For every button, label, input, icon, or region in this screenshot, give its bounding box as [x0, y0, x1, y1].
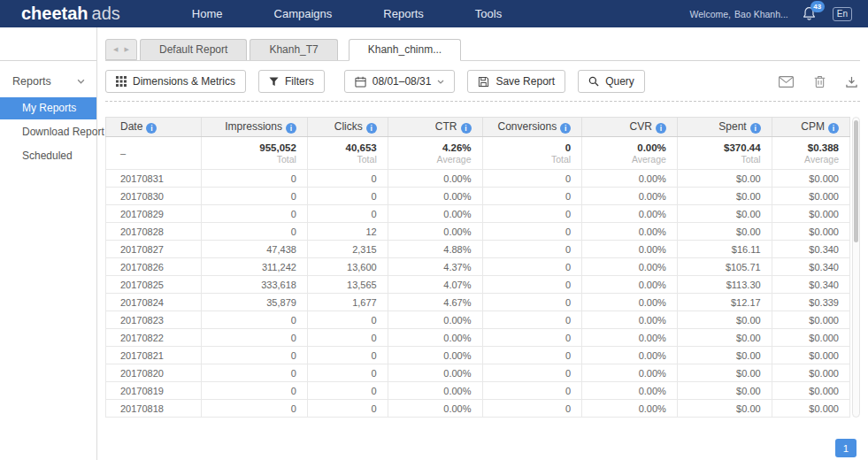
value-cell: $0.340: [772, 241, 849, 258]
summary-value: 0.00%: [596, 142, 666, 153]
sidebar-item-scheduled[interactable]: Scheduled: [0, 145, 96, 167]
value-cell: 13,565: [307, 276, 388, 294]
table-row: 20170830000.00%00.00%$0.00$0.000: [106, 188, 850, 205]
tab-scroll-right-icon[interactable]: ▶: [125, 46, 129, 53]
summary-value: 40,653: [322, 142, 377, 153]
report-table-area: DateiImpressionsiClicksiCTRiConversionsi…: [105, 117, 860, 418]
column-label: CPM: [801, 120, 825, 133]
tab-khanh-chinm[interactable]: Khanh_chinm...: [349, 39, 461, 61]
info-icon[interactable]: i: [461, 123, 472, 134]
table-scrollbar[interactable]: [852, 117, 860, 418]
value-cell: 4.88%: [388, 241, 482, 258]
tab-list: Default ReportKhanh_T7Khanh_chinm...: [140, 39, 464, 60]
value-cell: 0.00%: [582, 241, 678, 258]
save-report-label: Save Report: [495, 75, 555, 88]
value-cell: $0.000: [772, 400, 849, 418]
summary-aggregate-label: Total: [322, 154, 377, 165]
value-cell: 0: [482, 223, 582, 241]
save-report-button[interactable]: Save Report: [467, 70, 565, 93]
download-report-button[interactable]: [846, 76, 857, 88]
value-cell: 0.00%: [582, 170, 678, 188]
query-button[interactable]: Query: [578, 70, 645, 93]
value-cell: $0.00: [677, 188, 772, 205]
value-cell: $0.000: [772, 311, 849, 329]
summary-value: 955,052: [216, 142, 296, 153]
brand-bold: cheetah: [21, 4, 88, 23]
main-area: Reports My ReportsDownload ReportSchedul…: [0, 27, 868, 460]
column-label: CTR: [435, 120, 457, 133]
summary-cell: 0.00%Average: [582, 137, 678, 170]
value-cell: 0.00%: [388, 329, 482, 347]
sidebar-item-my-reports[interactable]: My Reports: [0, 97, 96, 119]
toolbar-separator: [105, 101, 860, 102]
value-cell: 0: [202, 223, 307, 241]
value-cell: 0: [202, 311, 307, 329]
envelope-icon: [779, 76, 794, 88]
value-cell: $0.340: [772, 258, 849, 276]
delete-report-button[interactable]: [814, 75, 826, 88]
value-cell: 0: [202, 382, 307, 400]
nav-item-tools[interactable]: Tools: [449, 0, 527, 27]
info-icon[interactable]: i: [286, 123, 296, 134]
value-cell: 0: [202, 400, 307, 418]
column-header-date: Datei: [106, 118, 202, 137]
summary-aggregate-label: Total: [216, 154, 296, 165]
info-icon[interactable]: i: [750, 123, 761, 134]
filters-button[interactable]: Filters: [258, 70, 325, 93]
summary-cell: 4.26%Average: [388, 137, 482, 170]
user-menu[interactable]: Welcome,Bao Khanh...: [690, 9, 788, 19]
value-cell: $0.000: [772, 329, 849, 347]
date-range-button[interactable]: 08/01–08/31: [344, 70, 456, 93]
report-table: DateiImpressionsiClicksiCTRiConversionsi…: [105, 117, 850, 418]
value-cell: 0.00%: [388, 188, 482, 205]
info-icon[interactable]: i: [560, 123, 571, 134]
date-range-label: 08/01–08/31: [373, 75, 432, 88]
value-cell: 0: [202, 329, 307, 347]
value-cell: 12: [307, 223, 388, 241]
tab-scroll-left-icon[interactable]: ◀: [113, 46, 118, 53]
search-icon: [588, 76, 599, 87]
value-cell: $0.000: [772, 382, 849, 400]
value-cell: $105.71: [677, 258, 772, 276]
value-cell: 0: [482, 329, 582, 347]
value-cell: 0: [307, 170, 388, 188]
value-cell: $12.17: [677, 294, 772, 311]
value-cell: 0: [307, 382, 388, 400]
download-icon: [846, 76, 857, 88]
nav-item-reports[interactable]: Reports: [357, 0, 449, 27]
sidebar-item-download-report[interactable]: Download Report: [0, 121, 96, 143]
date-cell: 20170831: [106, 170, 202, 188]
summary-aggregate-label: Total: [497, 154, 572, 165]
value-cell: 0: [482, 241, 582, 258]
brand-logo[interactable]: cheetahads: [21, 4, 120, 24]
date-cell: 20170820: [106, 364, 202, 382]
email-report-button[interactable]: [779, 76, 794, 88]
sidebar-section-reports[interactable]: Reports: [0, 61, 96, 97]
tab-khanh-t7[interactable]: Khanh_T7: [250, 39, 337, 60]
table-header-row: DateiImpressionsiClicksiCTRiConversionsi…: [106, 118, 850, 137]
value-cell: 4.07%: [388, 276, 482, 294]
pagination-page-1-button[interactable]: 1: [835, 439, 856, 457]
query-label: Query: [605, 75, 634, 88]
top-navbar: cheetahads HomeCampaignsReportsTools Wel…: [0, 0, 868, 27]
table-row: 2017082435,8791,6774.67%00.00%$12.17$0.3…: [106, 294, 850, 311]
info-icon[interactable]: i: [656, 123, 666, 134]
value-cell: 1,677: [307, 294, 388, 311]
nav-item-home[interactable]: Home: [166, 0, 249, 27]
column-label: Clicks: [334, 120, 363, 133]
chevron-down-icon: [77, 79, 85, 84]
sidebar-items: My ReportsDownload ReportScheduled: [0, 97, 96, 167]
value-cell: 0: [482, 400, 582, 418]
value-cell: 0.00%: [582, 294, 678, 311]
info-icon[interactable]: i: [146, 123, 157, 134]
value-cell: $0.00: [677, 205, 772, 223]
info-icon[interactable]: i: [366, 123, 377, 134]
column-label: Impressions: [225, 120, 282, 133]
notifications-button[interactable]: 43: [802, 6, 819, 21]
language-selector[interactable]: En: [833, 7, 852, 21]
scrollbar-thumb[interactable]: [854, 120, 858, 242]
nav-item-campaigns[interactable]: Campaigns: [249, 0, 358, 27]
info-icon[interactable]: i: [828, 123, 839, 134]
tab-default-report[interactable]: Default Report: [140, 39, 247, 60]
dimensions-metrics-button[interactable]: Dimensions & Metrics: [105, 70, 246, 93]
